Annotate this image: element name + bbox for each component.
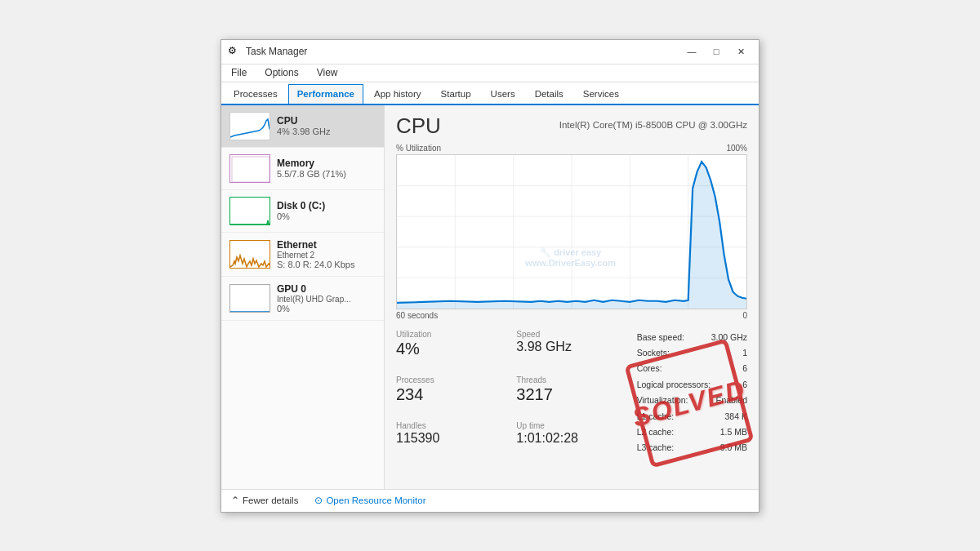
speed-label: Speed: [516, 330, 626, 339]
cpu-label: CPU: [277, 115, 330, 127]
cores-val: 6: [742, 361, 747, 376]
processes-label: Processes: [396, 375, 506, 384]
ethernet-mini-chart: [230, 241, 270, 269]
disk-sublabel: 0%: [277, 211, 325, 221]
sockets-val: 1: [742, 345, 747, 361]
close-button[interactable]: ✕: [729, 43, 752, 60]
threads-value: 3217: [516, 384, 626, 404]
l2-key: L2 cache:: [637, 424, 675, 440]
detail-panel: CPU Intel(R) Core(TM) i5-8500B CPU @ 3.0…: [385, 105, 759, 489]
l3-val: 9.0 MB: [720, 440, 747, 455]
detail-title: CPU: [396, 113, 441, 139]
menu-file[interactable]: File: [226, 65, 252, 80]
ethernet-thumbnail: [229, 240, 270, 269]
right-stat-base-speed: Base speed: 3.00 GHz: [637, 330, 747, 345]
gpu-thumbnail: [229, 284, 270, 313]
memory-thumbnail: [229, 154, 270, 183]
sockets-key: Sockets:: [637, 345, 670, 361]
task-manager-window: ⚙ Task Manager — □ ✕ File Options View P…: [220, 39, 760, 513]
base-speed-key: Base speed:: [637, 330, 684, 345]
bottom-bar: ⌃ Fewer details ⊙ Open Resource Monitor: [221, 489, 759, 512]
disk-info: Disk 0 (C:) 0%: [277, 200, 325, 221]
threads-label: Threads: [516, 375, 626, 384]
gpu-label: GPU 0: [277, 283, 351, 295]
chart-label-bottom: 60 seconds 0: [396, 311, 747, 320]
l2-val: 1.5 MB: [720, 424, 747, 440]
speed-block: Speed 3.98 GHz: [516, 330, 626, 369]
disk-thumbnail: [229, 197, 270, 225]
tab-startup[interactable]: Startup: [432, 84, 480, 104]
svg-rect-3: [230, 198, 270, 225]
memory-label: Memory: [277, 158, 346, 169]
minimize-button[interactable]: —: [680, 43, 703, 60]
memory-sublabel: 5.5/7.8 GB (71%): [277, 169, 346, 179]
virt-val: Enabled: [715, 393, 747, 408]
ethernet-label: Ethernet: [277, 239, 354, 251]
right-stat-sockets: Sockets: 1: [637, 345, 747, 361]
svg-rect-5: [230, 285, 270, 313]
logical-key: Logical processors:: [637, 377, 710, 393]
utilization-value: 4%: [396, 339, 506, 358]
sidebar-item-disk[interactable]: Disk 0 (C:) 0%: [221, 190, 384, 233]
svg-rect-0: [230, 113, 270, 140]
memory-mini-chart: [230, 155, 270, 183]
tab-bar: Processes Performance App history Startu…: [221, 82, 759, 105]
tab-processes[interactable]: Processes: [225, 84, 287, 104]
right-stats-panel: Base speed: 3.00 GHz Sockets: 1 Cores: 6…: [637, 330, 747, 456]
menu-options[interactable]: Options: [260, 65, 303, 80]
processes-value: 234: [396, 384, 506, 404]
threads-block: Threads 3217: [516, 375, 626, 415]
sidebar-item-gpu[interactable]: GPU 0 Intel(R) UHD Grap... 0%: [221, 277, 384, 321]
uptime-label: Up time: [516, 421, 626, 430]
tab-performance[interactable]: Performance: [288, 84, 363, 104]
handles-value: 115390: [396, 430, 506, 446]
tab-users[interactable]: Users: [482, 84, 524, 104]
fewer-details-button[interactable]: ⌃ Fewer details: [231, 495, 298, 506]
handles-block: Handles 115390: [396, 421, 506, 456]
fewer-details-label: Fewer details: [243, 495, 298, 505]
svg-rect-4: [230, 241, 270, 269]
sidebar-item-ethernet[interactable]: Ethernet Ethernet 2 S: 8.0 R: 24.0 Kbps: [221, 233, 384, 277]
right-stat-logical: Logical processors: 6: [637, 377, 747, 393]
chart-y-label: % Utilization: [396, 144, 441, 153]
sidebar-item-cpu[interactable]: CPU 4% 3.98 GHz: [221, 105, 384, 148]
speed-value: 3.98 GHz: [516, 339, 626, 354]
right-stat-l2: L2 cache: 1.5 MB: [637, 424, 747, 440]
chevron-up-icon: ⌃: [231, 495, 239, 506]
sidebar-item-memory[interactable]: Memory 5.5/7.8 GB (71%): [221, 148, 384, 190]
detail-header: CPU Intel(R) Core(TM) i5-8500B CPU @ 3.0…: [396, 113, 747, 139]
detail-subtitle: Intel(R) Core(TM) i5-8500B CPU @ 3.00GHz: [559, 120, 747, 130]
tab-services[interactable]: Services: [574, 84, 628, 104]
handles-label: Handles: [396, 421, 506, 430]
memory-info: Memory 5.5/7.8 GB (71%): [277, 158, 346, 179]
sidebar: CPU 4% 3.98 GHz Memory 5.5/7.8 GB (71%): [221, 105, 385, 489]
ethernet-sublabel: S: 8.0 R: 24.0 Kbps: [277, 260, 354, 269]
uptime-value: 1:01:02:28: [516, 430, 626, 446]
window-controls: — □ ✕: [680, 43, 752, 60]
tab-details[interactable]: Details: [526, 84, 572, 104]
cores-key: Cores:: [637, 361, 662, 376]
cpu-thumbnail: [229, 112, 270, 140]
open-resource-monitor-button[interactable]: ⊙ Open Resource Monitor: [314, 495, 425, 506]
l1-key: L1 cache:: [637, 409, 675, 424]
maximize-button[interactable]: □: [705, 43, 728, 60]
svg-rect-1: [230, 155, 270, 183]
right-stat-cores: Cores: 6: [637, 361, 747, 376]
chart-x-max: 0: [742, 311, 747, 320]
tab-app-history[interactable]: App history: [365, 84, 430, 104]
menu-bar: File Options View: [221, 64, 759, 82]
gpu-info: GPU 0 Intel(R) UHD Grap... 0%: [277, 283, 351, 313]
utilization-label: Utilization: [396, 330, 506, 339]
main-content: CPU 4% 3.98 GHz Memory 5.5/7.8 GB (71%): [221, 105, 759, 489]
right-stat-l1: L1 cache: 384 K: [637, 409, 747, 424]
disk-mini-chart: [230, 198, 270, 225]
chart-label-top: % Utilization 100%: [396, 144, 747, 153]
logical-val: 6: [742, 377, 747, 393]
menu-view[interactable]: View: [312, 65, 343, 80]
monitor-icon: ⊙: [314, 495, 323, 506]
app-icon: ⚙: [228, 45, 241, 58]
right-stat-virt: Virtualization: Enabled: [637, 393, 747, 408]
chart-x-min: 60 seconds: [396, 311, 438, 320]
cpu-sublabel: 4% 3.98 GHz: [277, 127, 330, 136]
utilization-block: Utilization 4%: [396, 330, 506, 369]
